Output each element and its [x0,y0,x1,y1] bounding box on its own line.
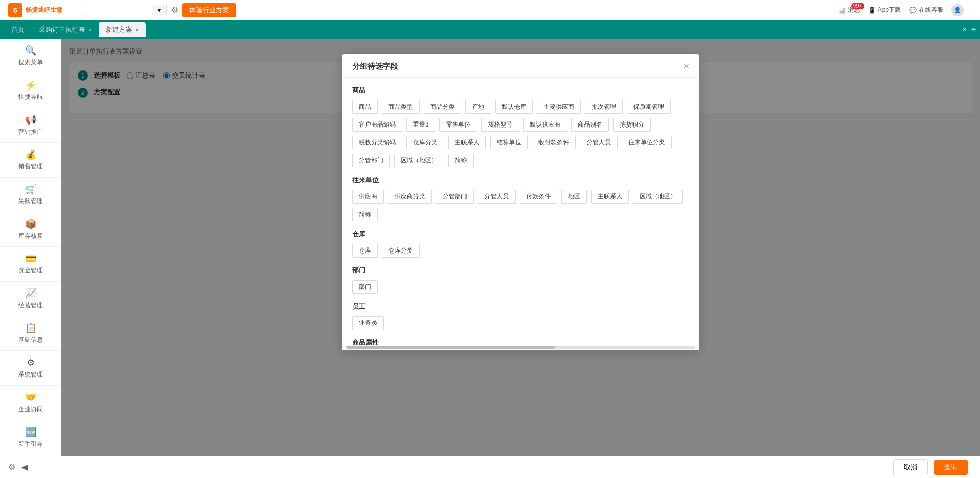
tag-customer-sku[interactable]: 客户商品编码 [352,118,402,132]
tag-payment-terms[interactable]: 收付款条件 [532,136,576,149]
tag-person-in-charge[interactable]: 分管人员 [580,136,618,149]
tag-retail-unit[interactable]: 零售单位 [439,118,477,132]
top-online-service[interactable]: 💬 在线客服 [909,6,943,14]
tag-warehouse[interactable]: 仓库 [352,244,378,258]
section-dept: 部门 部门 [352,266,689,294]
section-partner-title: 往来单位 [352,175,689,185]
tag-settlement-unit[interactable]: 结算单位 [490,136,528,149]
sidebar-item-marketing[interactable]: 📢 营销推广 [0,108,61,143]
section-product-attr-title: 商品属性 [352,338,689,345]
tag-dept-partner[interactable]: 分管部门 [436,190,474,204]
tag-partner-category[interactable]: 往来单位分类 [622,136,672,149]
tag-warehouse-category[interactable]: 仓库分类 [406,136,444,149]
tag-main-contact[interactable]: 主联系人 [448,136,486,149]
exp-btn[interactable]: 体验行业方案 [182,3,236,17]
bottom-bar: 取消 查询 ⚙ ◀ [0,456,980,478]
top-app-download[interactable]: 📱 App下载 [868,6,901,14]
tab-purchase-exec[interactable]: 采购订单执行表 × [32,22,99,37]
tag-region-partner[interactable]: 地区 [561,190,587,204]
sidebar-item-finance[interactable]: 💳 资金管理 [0,247,61,282]
sidebar-item-operations[interactable]: 📈 经营管理 [0,282,61,316]
modal-header: 分组待选字段 × [342,54,699,78]
tag-product-type[interactable]: 商品类型 [382,100,420,114]
tag-tax-code[interactable]: 税收分类编码 [352,136,402,149]
search-input[interactable] [80,4,152,16]
tag-weight[interactable]: 重量3 [406,118,435,132]
tag-region-product[interactable]: 区域（地区） [394,154,444,167]
top-right: 📊 消息 99+ 📱 App下载 💬 在线客服 👤 [838,4,972,16]
sidebar-item-newbie[interactable]: 🆕 新手引导 [0,420,61,455]
tag-product-category[interactable]: 商品分类 [424,100,461,114]
cancel-button[interactable]: 取消 [893,459,928,475]
tab-new-plan[interactable]: 新建方案 × [99,22,145,37]
sidebar-item-sales[interactable]: 💰 销售管理 [0,143,61,178]
modal-close-btn[interactable]: × [683,61,689,72]
top-message[interactable]: 📊 消息 99+ [838,6,860,14]
inventory-icon: 📦 [25,218,36,230]
nav-close-all[interactable]: × [962,25,967,34]
tag-payment-condition[interactable]: 付款条件 [520,190,557,204]
top-gear-button[interactable]: ⚙ [171,5,178,15]
section-product: 商品 商品 商品类型 商品分类 产地 默认仓库 主要供应商 批次管理 保质期管理… [352,86,689,167]
tag-main-supplier[interactable]: 主要供应商 [537,100,581,114]
tag-pick-points[interactable]: 拣货积分 [613,118,651,132]
sidebar-item-system[interactable]: ⚙ 系统管理 [0,351,61,386]
section-product-title: 商品 [352,86,689,95]
section-employee-title: 员工 [352,302,689,311]
tag-default-supplier[interactable]: 默认供应商 [523,118,567,132]
top-bar: 6 畅捷通好生意 ▼ ⚙ 体验行业方案 📊 消息 99+ 📱 App下载 💬 在… [0,0,980,20]
tag-warehouse-type[interactable]: 仓库分类 [382,244,420,258]
message-badge: 99+ [851,3,864,9]
tag-expiry-mgmt[interactable]: 保质期管理 [627,100,671,114]
confirm-button[interactable]: 查询 [934,460,968,475]
section-product-attr: 商品属性 属性 颜色 多规格 尺码 鞋码 1 [352,338,689,345]
nav-tabs: 首页 采购订单执行表 × 新建方案 × × ≡ [0,20,980,39]
section-warehouse: 仓库 仓库 仓库分类 [352,230,689,258]
sidebar-item-quicknav[interactable]: ⚡ 快捷导航 [0,73,61,108]
tag-supplier-category[interactable]: 供应商分类 [388,190,432,204]
sales-icon: 💰 [25,149,36,160]
tag-salesperson[interactable]: 业务员 [352,316,384,330]
sidebar-item-basics[interactable]: 📋 基础信息 [0,316,61,351]
section-warehouse-title: 仓库 [352,230,689,239]
modal-title: 分组待选字段 [352,62,398,71]
modal-hscroll[interactable] [342,345,699,350]
search-wrapper: ▼ [80,4,167,16]
sidebar-item-inventory[interactable]: 📦 库存核算 [0,212,61,247]
tag-short-name-product[interactable]: 简称 [448,154,474,167]
bottom-left-controls: ⚙ ◀ [8,462,28,472]
tag-main-contact-partner[interactable]: 主联系人 [591,190,629,204]
tag-dept-charge[interactable]: 分管部门 [352,154,390,167]
tag-dept[interactable]: 部门 [352,280,378,294]
nav-menu-icon[interactable]: ≡ [971,25,976,34]
tab-new-plan-close[interactable]: × [135,27,138,33]
tab-home[interactable]: 首页 [4,22,32,37]
logo-area: 6 畅捷通好生意 [8,3,69,17]
tag-supplier[interactable]: 供应商 [352,190,384,204]
marketing-icon: 📢 [25,114,36,125]
collab-icon: 🤝 [25,392,36,403]
tag-region2-partner[interactable]: 区域（地区） [633,190,683,204]
tag-default-warehouse[interactable]: 默认仓库 [495,100,533,114]
tag-product[interactable]: 商品 [352,100,378,114]
tag-batch-mgmt[interactable]: 批次管理 [585,100,623,114]
tab-purchase-exec-close[interactable]: × [88,27,91,33]
finance-icon: 💳 [25,253,36,264]
tag-product-alias[interactable]: 商品别名 [571,118,609,132]
system-icon: ⚙ [27,357,35,368]
sidebar: 🔍 搜索菜单 ⚡ 快捷导航 📢 营销推广 💰 销售管理 🛒 采购管理 📦 库存核… [0,39,61,478]
modal-overlay: 分组待选字段 × 商品 商品 商品类型 商品分类 产地 默认仓库 主要供应商 批… [61,39,980,478]
sidebar-item-search[interactable]: 🔍 搜索菜单 [0,39,61,73]
bottom-collapse-btn[interactable]: ◀ [21,462,28,472]
tag-short-name-partner[interactable]: 简称 [352,208,378,221]
tag-spec-model[interactable]: 规格型号 [481,118,519,132]
sidebar-item-purchase[interactable]: 🛒 采购管理 [0,178,61,212]
search-dropdown-btn[interactable]: ▼ [152,5,166,16]
avatar[interactable]: 👤 [951,4,964,16]
bottom-gear-btn[interactable]: ⚙ [8,462,15,472]
sidebar-item-collab[interactable]: 🤝 企业协同 [0,386,61,420]
logo-text: 畅捷通好生意 [26,6,62,13]
tag-origin[interactable]: 产地 [465,100,491,114]
logo-icon: 6 [8,3,22,17]
tag-person-partner[interactable]: 分管人员 [478,190,516,204]
